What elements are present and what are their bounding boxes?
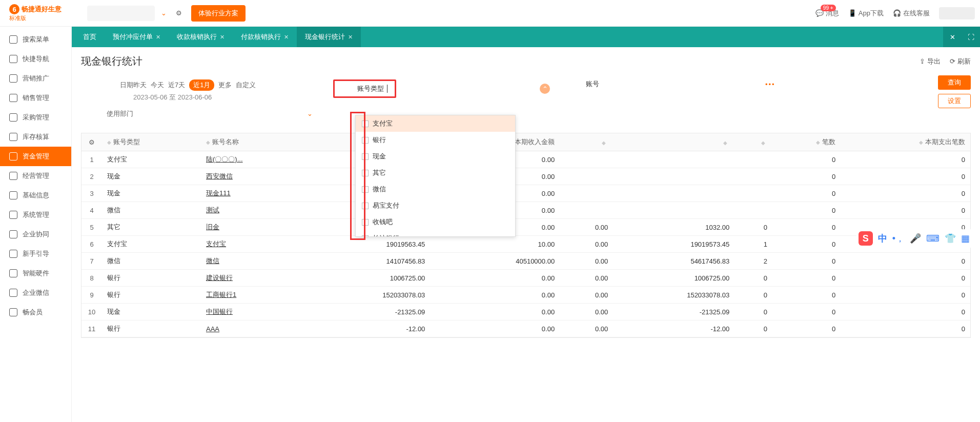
checkbox-icon[interactable] — [362, 120, 369, 127]
col-header-7[interactable]: ◆笔数 — [772, 133, 841, 151]
sidebar-item-7[interactable]: 经营管理 — [0, 166, 71, 186]
date-opt-4[interactable]: 更多 — [218, 81, 232, 90]
ime-punct-icon[interactable]: •， — [892, 232, 905, 245]
industry-button[interactable]: 体验行业方案 — [191, 5, 246, 22]
sidebar-item-13[interactable]: 企业微信 — [0, 283, 71, 303]
ime-keyboard-icon[interactable]: ⌨ — [926, 233, 940, 244]
refresh-button[interactable]: ⟳刷新 — [950, 57, 971, 66]
account-type-dropdown[interactable]: 支付宝银行现金其它微信易宝支付收钱吧长沙银行 — [355, 115, 516, 237]
sort-icon[interactable]: ◆ — [206, 139, 210, 145]
col-header-0[interactable]: ◆账号类型 — [102, 133, 201, 151]
account-link[interactable]: 西安微信 — [206, 172, 233, 180]
tab-1[interactable]: 预付冲应付单✕ — [105, 27, 169, 47]
account-link[interactable]: 工商银行1 — [206, 291, 236, 298]
sidebar-item-3[interactable]: 销售管理 — [0, 88, 71, 108]
sort-icon[interactable]: ◆ — [919, 139, 923, 145]
sort-icon[interactable]: ◆ — [723, 140, 727, 146]
tab-close-x-icon[interactable]: ✕ — [220, 34, 224, 41]
col-header-4[interactable]: ◆ — [560, 133, 613, 151]
tab-4[interactable]: 现金银行统计✕ — [297, 27, 361, 47]
dropdown-option-6[interactable]: 收钱吧 — [356, 214, 515, 230]
tab-close-x-icon[interactable]: ✕ — [284, 34, 289, 41]
collapse-toggle-icon[interactable]: ⌃ — [540, 84, 550, 94]
sidebar-item-14[interactable]: 畅会员 — [0, 303, 71, 322]
checkbox-icon[interactable] — [362, 137, 369, 144]
query-button[interactable]: 查询 — [938, 75, 971, 90]
account-link[interactable]: 支付宝 — [206, 240, 226, 248]
tab-close-icon[interactable]: ✕ — [943, 27, 962, 47]
date-opt-0[interactable]: 昨天 — [133, 81, 147, 90]
account-link[interactable]: 微信 — [206, 257, 219, 265]
account-link[interactable]: 中国银行 — [206, 308, 233, 315]
tenant-select[interactable] — [87, 6, 155, 21]
sidebar-item-5[interactable]: 库存核算 — [0, 127, 71, 147]
dropdown-option-1[interactable]: 银行 — [356, 132, 515, 148]
date-range-text: 2023-05-06 至 2023-06-06 — [133, 93, 256, 102]
support-button[interactable]: 🎧 在线客服 — [893, 9, 930, 18]
ime-lang[interactable]: 中 — [878, 232, 887, 245]
col-settings[interactable]: ⚙ — [81, 133, 102, 151]
filter-settings-button[interactable]: 设置 — [938, 94, 971, 108]
checkbox-icon[interactable] — [362, 153, 369, 160]
account-link[interactable]: 测试 — [206, 206, 219, 214]
sidebar-item-2[interactable]: 营销推广 — [0, 69, 71, 88]
col-header-5[interactable]: ◆ — [613, 133, 734, 151]
checkbox-icon[interactable] — [362, 219, 369, 226]
sidebar-item-4[interactable]: 采购管理 — [0, 108, 71, 127]
ime-logo-icon[interactable]: S — [859, 231, 873, 246]
account-link[interactable]: 陆(〇〇〇)... — [206, 155, 243, 163]
checkbox-icon[interactable] — [362, 170, 369, 176]
account-link[interactable]: AAA — [206, 325, 219, 333]
tab-close-x-icon[interactable]: ✕ — [156, 34, 160, 41]
dropdown-option-2[interactable]: 现金 — [356, 148, 515, 165]
sidebar-item-11[interactable]: 新手引导 — [0, 244, 71, 264]
sort-icon[interactable]: ◆ — [107, 139, 111, 145]
col-header-1[interactable]: ◆账号名称 — [201, 133, 309, 151]
sidebar-item-8[interactable]: 基础信息 — [0, 186, 71, 205]
dropdown-option-0[interactable]: 支付宝 — [356, 115, 515, 132]
tab-expand-icon[interactable]: ⛶ — [962, 27, 980, 47]
ime-skin-icon[interactable]: 👕 — [945, 233, 956, 244]
date-opt-1[interactable]: 今天 — [151, 81, 164, 90]
dept-dropdown-icon[interactable]: ⌄ — [307, 110, 313, 117]
tenant-caret-icon[interactable]: ⌄ — [161, 9, 167, 17]
account-link[interactable]: 现金111 — [206, 189, 231, 197]
col-header-8[interactable]: ◆本期支出笔数 — [841, 133, 970, 151]
date-opt-3[interactable]: 近1月 — [189, 79, 214, 91]
app-download-button[interactable]: 📱 App下载 — [848, 9, 884, 18]
sort-icon[interactable]: ◆ — [602, 140, 606, 146]
ime-menu-icon[interactable]: ▦ — [961, 233, 970, 244]
sort-icon[interactable]: ◆ — [816, 139, 820, 145]
checkbox-icon[interactable] — [362, 203, 369, 209]
sidebar-item-1[interactable]: 快捷导航 — [0, 49, 71, 69]
export-button[interactable]: ⇪导出 — [920, 57, 941, 66]
dropdown-option-7[interactable]: 长沙银行 — [356, 230, 515, 236]
checkbox-icon[interactable] — [362, 186, 369, 193]
account-type-input[interactable] — [387, 85, 387, 93]
account-more-icon[interactable]: ••• — [765, 81, 775, 88]
dropdown-option-5[interactable]: 易宝支付 — [356, 197, 515, 214]
checkbox-icon[interactable] — [362, 235, 369, 237]
col-header-6[interactable]: ◆ — [734, 133, 772, 151]
date-opt-5[interactable]: 自定义 — [236, 81, 256, 90]
sidebar-item-0[interactable]: 搜索菜单 — [0, 30, 71, 49]
sidebar-item-12[interactable]: 智能硬件 — [0, 264, 71, 283]
tab-2[interactable]: 收款核销执行✕ — [169, 27, 233, 47]
sort-icon[interactable]: ◆ — [761, 140, 765, 146]
settings-gear-icon[interactable]: ⚙ — [173, 7, 185, 19]
tab-3[interactable]: 付款核销执行✕ — [233, 27, 297, 47]
dropdown-option-4[interactable]: 微信 — [356, 181, 515, 197]
account-link[interactable]: 旧金 — [206, 223, 219, 231]
dropdown-option-3[interactable]: 其它 — [356, 165, 515, 181]
tab-close-x-icon[interactable]: ✕ — [348, 34, 353, 41]
messages-button[interactable]: 💬 消息 99 + — [815, 9, 839, 18]
avatar[interactable] — [939, 7, 975, 19]
sidebar-item-6[interactable]: 资金管理 — [0, 147, 71, 166]
tab-0[interactable]: 首页 — [75, 27, 105, 47]
ime-mic-icon[interactable]: 🎤 — [910, 233, 921, 244]
sidebar-item-9[interactable]: 系统管理 — [0, 205, 71, 225]
date-opt-2[interactable]: 近7天 — [168, 81, 185, 90]
account-type-filter[interactable]: 账号类型 — [333, 79, 396, 98]
sidebar-item-10[interactable]: 企业协同 — [0, 225, 71, 244]
account-link[interactable]: 建设银行 — [206, 274, 233, 282]
